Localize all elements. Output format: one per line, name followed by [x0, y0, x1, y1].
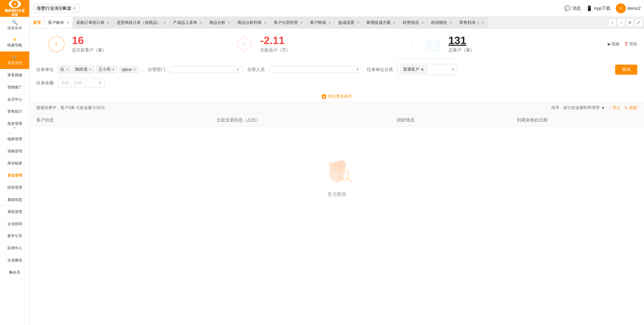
app-download-btn[interactable]: 📱 App下载 — [586, 5, 610, 11]
filter-row-1: 往来单位 伍 ✕ 陈民强 ✕ 王小亮 ✕ cjttcw — [36, 64, 637, 75]
svg-rect-7 — [434, 43, 436, 45]
help-btn[interactable]: ❓ 帮助 — [624, 41, 637, 47]
query-button[interactable]: 查询 — [615, 65, 637, 75]
download-icon: 📱 — [586, 5, 593, 11]
filter-tag-wu: 伍 ✕ — [58, 66, 71, 73]
tab-close-product[interactable]: ✕ — [199, 21, 202, 25]
sidebar-item-retail-stats[interactable]: 零售统计 — [0, 106, 29, 118]
tag-close-wu[interactable]: ✕ — [66, 67, 69, 72]
tab-product-purchase[interactable]: 产成品入库单 ✕ — [170, 17, 206, 29]
tab-close-achievement[interactable]: ✕ — [393, 21, 396, 25]
sidebar-item-system[interactable]: 系统管理 — [0, 206, 29, 218]
empty-state-icon — [320, 154, 354, 187]
tab-customer-contact[interactable]: 客户联络 ✕ — [307, 17, 335, 29]
export-button[interactable]: ↑ 导出 — [609, 105, 620, 111]
sidebar: ¥ 畅捷通好生意 标版 🔍 搜索菜单 ⚡ 快捷导航 🛒 零售管理 零售商城 营销… — [0, 0, 30, 325]
tab-reminder-settings[interactable]: 提成设置 ✕ — [335, 17, 363, 29]
tabs-end-buttons: ‹ › ✕ ⤢ — [608, 19, 644, 27]
table-header-debt-info: 欠款交易信息（占比） — [217, 117, 397, 123]
account-dropdown[interactable]: 母婴行业演示帐套 ▼ — [33, 4, 80, 13]
tab-close-goods-analysis[interactable]: ✕ — [227, 21, 230, 25]
message-btn[interactable]: 💬 消息 — [564, 5, 581, 11]
sidebar-item-inventory[interactable]: 库存核算 — [0, 157, 29, 170]
tab-business-status[interactable]: 经营情况 ✕ — [399, 17, 428, 29]
tab-close-retail[interactable]: ✕ — [481, 21, 484, 25]
tab-close-customer-account[interactable]: ✕ — [66, 21, 69, 25]
tabs-bar: 首页 客户账本 ✕ 采购订单统计表 ✕ 进货单统计表（按商品） ✕ 产成品入库单… — [30, 17, 644, 29]
tab-goods-analysis[interactable]: 商品分析 ✕ — [206, 17, 234, 29]
tag-close-customer-type[interactable]: ✕ — [421, 67, 424, 72]
header-right: 💬 消息 📱 App下载 d demo2 — [564, 3, 641, 13]
video-btn[interactable]: ▶ 视频 — [608, 41, 619, 47]
tag-close-cjttcw[interactable]: ✕ — [133, 67, 136, 72]
refresh-button[interactable]: ↻ 刷新 — [625, 105, 637, 111]
tab-close-customer-segment[interactable]: ✕ — [300, 21, 303, 25]
tab-purchase-order-stats[interactable]: 采购订单统计表 ✕ — [73, 17, 113, 29]
sidebar-item-member2[interactable]: 畅会员 — [0, 266, 29, 279]
remaining-placeholder: 选择... — [61, 80, 72, 86]
tabs-expand-btn[interactable]: ⤢ — [635, 19, 643, 27]
sidebar-item-retail-store[interactable]: 零售商城 — [0, 69, 29, 81]
customer-type-select[interactable]: 普通客户 ✕ ▼ — [397, 64, 458, 75]
tab-close-customer-contact[interactable]: ✕ — [328, 21, 331, 25]
tab-close-business[interactable]: ✕ — [421, 21, 424, 25]
sidebar-item-quick-nav[interactable]: ⚡ 快捷导航 — [0, 34, 29, 51]
video-icon: ▶ — [608, 42, 611, 46]
user-profile-btn[interactable]: d demo2 — [616, 3, 641, 13]
tab-home[interactable]: 首页 — [30, 17, 45, 29]
svg-line-20 — [347, 178, 351, 182]
stat-value-customers: 16 — [72, 35, 107, 46]
remaining-label: 往来余额 — [36, 80, 54, 86]
sidebar-item-ecommerce[interactable]: 电商管理 — [0, 133, 29, 145]
filter-tag-cjttcw: cjttcw ✕ — [119, 66, 138, 73]
sort-button[interactable]: 排序：按欠款金额到序理序 ▼ — [551, 105, 605, 111]
tab-close-purchase-order[interactable]: ✕ — [106, 21, 110, 25]
filter-tags-container: 伍 ✕ 陈民强 ✕ 王小亮 ✕ cjttcw ✕ ... — [58, 66, 144, 73]
tab-incoming-stats[interactable]: 进货单统计表（按商品） ✕ — [113, 17, 170, 29]
sidebar-item-batch[interactable]: 批发管理 ▼ — [0, 118, 29, 133]
header-bar: 母婴行业演示帐套 ▼ 💬 消息 📱 App下载 d demo2 — [30, 0, 644, 17]
tag-close-wang[interactable]: ✕ — [112, 67, 115, 72]
tab-close-profit[interactable]: ✕ — [449, 21, 452, 25]
sidebar-item-business-mgmt[interactable]: 经营管理 — [0, 182, 29, 194]
tab-customer-segment[interactable]: 客户分层经营 ✕ — [270, 17, 307, 29]
tab-close-incoming[interactable]: ✕ — [163, 21, 166, 25]
collapse-btn[interactable]: 🔼 收起更多条件 — [36, 91, 637, 102]
tab-close-reminder[interactable]: ✕ — [356, 21, 359, 25]
help-icon: ❓ — [624, 42, 629, 46]
filter-more-btn[interactable]: ... — [140, 67, 144, 72]
tab-retail-profit[interactable]: 零售利润（ ✕ — [456, 17, 488, 29]
remaining-select[interactable]: 选择... 选择... ▼ — [58, 78, 105, 87]
unit-filter-label: 往来单位 — [36, 67, 54, 73]
results-bar: 搜索结果中，客户0家 欠款金额 0.00元 排序：按欠款金额到序理序 ▼ ↑ 导… — [30, 102, 644, 114]
sidebar-item-purchase[interactable]: 采购管理 — [0, 145, 29, 157]
sidebar-item-marketing[interactable]: 营销推广 — [0, 81, 29, 94]
sidebar-item-enterprise[interactable]: 企业协同 — [0, 218, 29, 230]
sidebar-item-finance[interactable]: 资金管理 — [0, 170, 29, 182]
sidebar-item-member[interactable]: 会员中心 — [0, 94, 29, 106]
sidebar-item-wechat[interactable]: 企业微信 — [0, 254, 29, 266]
sidebar-item-search[interactable]: 🔍 搜索菜单 — [0, 17, 29, 34]
badge-cross-icon: ✕ — [234, 34, 255, 54]
tabs-next-btn[interactable]: › — [617, 19, 625, 27]
person-dropdown[interactable]: ··· ▼ — [269, 66, 363, 73]
sidebar-item-retail[interactable]: 🛒 零售管理 — [0, 51, 29, 69]
svg-rect-5 — [427, 40, 438, 51]
tab-new-achievement[interactable]: 新增提成方案 ✕ — [363, 17, 399, 29]
tab-customer-account[interactable]: 客户账本 ✕ — [45, 17, 73, 29]
stat-value-debt: -2.11 — [260, 35, 291, 46]
tabs-close-all-btn[interactable]: ✕ — [626, 19, 634, 27]
stat-label-total: 总客户（家） — [448, 47, 475, 53]
results-summary: 搜索结果中，客户0家 欠款金额 0.00元 — [36, 105, 551, 111]
svg-text:¥: ¥ — [14, 2, 16, 6]
tab-profit-report[interactable]: 利润报告 ✕ — [428, 17, 456, 29]
sidebar-item-app-center[interactable]: 应用中心 — [0, 242, 29, 254]
dept-dropdown[interactable]: ··· ▼ — [169, 66, 243, 73]
tabs-prev-btn[interactable]: ‹ — [608, 19, 616, 27]
sidebar-item-basic-info[interactable]: 基础信息 — [0, 194, 29, 206]
tag-close-chen[interactable]: ✕ — [89, 67, 92, 72]
tab-goods-analysis-list[interactable]: 商品分析列表 ✕ — [234, 17, 270, 29]
svg-point-18 — [341, 161, 345, 167]
tab-close-goods-list[interactable]: ✕ — [264, 21, 267, 25]
sidebar-item-newbie[interactable]: 新手引导 — [0, 230, 29, 242]
